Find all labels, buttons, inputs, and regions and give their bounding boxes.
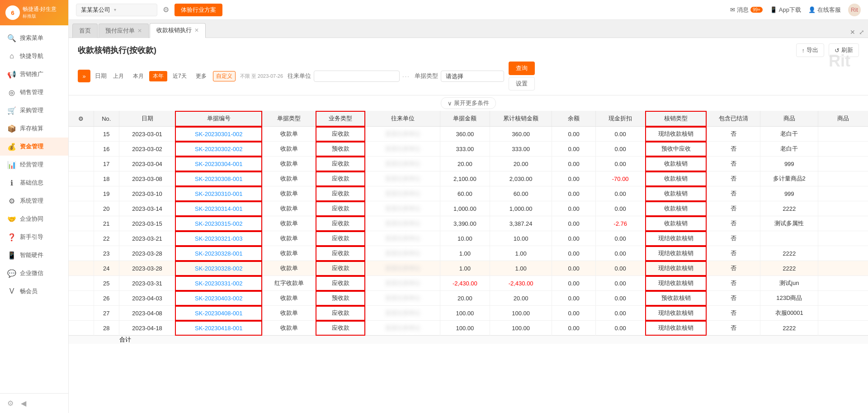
table-row[interactable]: 172023-03-04SK-20230304-001收款单应收款某某往来单位2… [69,157,868,171]
sidebar-item-basic[interactable]: ℹ基础信息 [0,174,68,192]
filter-custom-tag[interactable]: 自定义 [213,71,236,81]
online-service-button[interactable]: 👤 在线客服 [808,6,841,14]
setting-button[interactable]: 设置 [509,77,535,90]
message-badge: 99+ [750,7,763,13]
counterpart-input[interactable] [314,71,400,82]
cell-cash_discount: -70.00 [595,171,645,186]
bill-no-link[interactable]: SK-20230331-002 [195,280,243,287]
cell-cash_discount: 0.00 [595,127,645,142]
sidebar-item-finance[interactable]: 💰资金管理 [0,138,68,156]
cell-settings [69,246,94,261]
tab-prepay-close[interactable]: ✕ [137,28,142,33]
messages-button[interactable]: ✉ 消息 99+ [730,6,763,14]
table-row[interactable]: 202023-03-14SK-20230314-001收款单应收款某某往来单位1… [69,201,868,216]
sidebar-item-sales[interactable]: ◎销售管理 [0,83,68,101]
bill-no-link[interactable]: SK-20230418-001 [195,325,243,332]
solution-button[interactable]: 体验行业方案 [175,4,222,16]
app-download-button[interactable]: 📱 App下载 [770,6,801,14]
cell-bill_no: SK-20230321-003 [175,231,262,246]
cell-bill_amount: 60.00 [440,186,490,201]
footer-cell-bill_type [262,336,316,344]
tab-collection-close[interactable]: ✕ [194,28,199,33]
export-button[interactable]: ↑ 导出 [796,43,825,57]
sidebar-item-operations[interactable]: 📊经营管理 [0,156,68,174]
collapse-icon[interactable]: ◀ [21,399,26,408]
cell-balance: 0.00 [552,306,595,321]
date-opt-上月[interactable]: 上月 [109,71,127,81]
table-row[interactable]: 192023-03-10SK-20230310-001收款单应收款某某往来单位6… [69,186,868,201]
sidebar-item-purchase[interactable]: 🛒采购管理 [0,101,68,119]
cell-biz_type: 应收款 [316,157,365,171]
cell-date: 2023-04-08 [119,306,175,321]
table-row[interactable]: 282023-04-18SK-20230418-001收款单应收款某某往来单位1… [69,321,868,336]
sidebar-item-system[interactable]: ⚙系统管理 [0,192,68,210]
table-row[interactable]: 262023-04-03SK-20230403-002收款单预收款某某往来单位2… [69,291,868,306]
date-opt-本月[interactable]: 本月 [129,71,147,81]
table-row[interactable]: 152023-03-01SK-20230301-002收款单应收款某某往来单位3… [69,127,868,142]
cell-balance: 0.00 [552,291,595,306]
date-opt-本年[interactable]: 本年 [149,71,167,81]
filter-expand-button[interactable]: » [78,70,90,82]
bill-no-link[interactable]: SK-20230403-002 [195,295,243,302]
bill-no-link[interactable]: SK-20230408-001 [195,310,243,317]
sidebar-item-guide[interactable]: ❓新手引导 [0,228,68,246]
workspace-selector[interactable]: 某某某公司 ▾ [76,4,157,16]
table-row[interactable]: 232023-03-28SK-20230328-001收款单应收款某某往来单位1… [69,246,868,261]
date-opt-近7天[interactable]: 近7天 [169,71,190,81]
cell-no: 20 [94,201,119,216]
expand-more-button[interactable]: ∨ 展开更多条件 [441,97,496,109]
cell-counterpart: 某某往来单位 [365,321,440,336]
tab-prepay[interactable]: 预付应付单✕ [99,24,149,38]
sidebar-item-member[interactable]: V畅会员 [0,282,68,300]
cell-include_settled: 否 [707,201,760,216]
tab-home[interactable]: 首页 [72,24,98,38]
sidebar-item-collab[interactable]: 🤝企业协同 [0,210,68,228]
tab-close-all-icon[interactable]: ✕ [850,28,855,36]
bill-no-link[interactable]: SK-20230308-001 [195,176,243,182]
footer-cell-settings [69,336,94,344]
sidebar-item-wechat[interactable]: 💬企业微信 [0,264,68,282]
cell-settings [69,216,94,231]
bill-no-link[interactable]: SK-20230321-003 [195,235,243,242]
date-opt-更多[interactable]: 更多 [192,71,210,81]
table-row[interactable]: 182023-03-08SK-20230308-001收款单应收款某某往来单位2… [69,171,868,186]
bill-no-link[interactable]: SK-20230301-002 [195,131,243,138]
finance-icon: 💰 [7,142,16,151]
table-row[interactable]: 162023-03-02SK-20230302-002收款单预收款某某往来单位3… [69,142,868,157]
bill-no-link[interactable]: SK-20230310-001 [195,190,243,197]
col-header-cumulative: 累计核销金额 [490,111,552,127]
bill-no-link[interactable]: SK-20230314-001 [195,205,243,212]
table-row[interactable]: 242023-03-28SK-20230328-002收款单应收款某某往来单位1… [69,261,868,276]
table-row[interactable]: 252023-03-31SK-20230331-002红字收款单应收款某某往来单… [69,276,868,291]
table-row[interactable]: 272023-04-08SK-20230408-001收款单应收款某某往来单位1… [69,306,868,321]
settings-icon[interactable]: ⚙ [7,399,14,408]
cell-include_settled: 否 [707,142,760,157]
cell-balance: 0.00 [552,246,595,261]
table-row[interactable]: 222023-03-21SK-20230321-003收款单应收款某某往来单位1… [69,231,868,246]
tab-expand-icon[interactable]: ⤢ [859,28,864,36]
bill-no-link[interactable]: SK-20230304-001 [195,161,243,167]
bill-type-select[interactable]: 请选择 [441,71,504,82]
refresh-button[interactable]: ↺ 刷新 [829,43,859,57]
tab-collection[interactable]: 收款核销执行✕ [150,23,206,38]
bill-no-link[interactable]: SK-20230302-002 [195,146,243,152]
avatar[interactable]: Rit [848,4,861,16]
bill-no-link[interactable]: SK-20230328-001 [195,250,243,257]
sidebar-item-nav[interactable]: ⌂快捷导航 [0,47,68,65]
sidebar-item-marketing[interactable]: 📢营销推广 [0,65,68,83]
sidebar-item-inventory[interactable]: 📦库存核算 [0,119,68,138]
bill-no-link[interactable]: SK-20230315-002 [195,220,243,227]
table-row[interactable]: 212023-03-15SK-20230315-002收款单应收款某某往来单位3… [69,216,868,231]
query-button[interactable]: 查询 [509,62,535,75]
cell-biz_type: 应收款 [316,171,365,186]
topbar-gear-icon[interactable]: ⚙ [163,5,169,14]
bill-no-link[interactable]: SK-20230328-002 [195,265,243,272]
cell-bill_no: SK-20230328-002 [175,261,262,276]
cell-goods2 [818,246,868,261]
sidebar-item-search[interactable]: 🔍搜索菜单 [0,29,68,47]
footer-cell-cumulative [490,336,552,344]
cell-counterpart: 某某往来单位 [365,246,440,261]
workspace-arrow-icon: ▾ [114,7,116,12]
sidebar-item-hardware[interactable]: 📱智能硬件 [0,246,68,264]
sidebar-logo: 6 畅捷通·好生意 标推版 [0,0,68,25]
